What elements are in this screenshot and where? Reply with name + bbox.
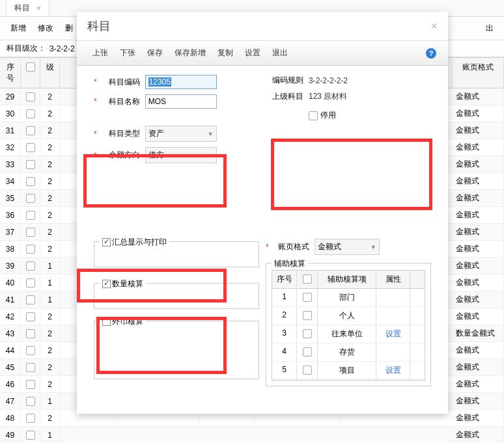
tab-subject[interactable]: 科目 × bbox=[7, 0, 49, 16]
add-button[interactable]: 新增 bbox=[7, 21, 30, 36]
aux-col-seq: 序号 bbox=[272, 271, 297, 288]
checkbox[interactable] bbox=[303, 366, 312, 375]
aux-row: 3往来单位设置 bbox=[272, 325, 425, 343]
aux-row: 1部门 bbox=[272, 289, 425, 307]
rule-value: 3-2-2-2-2-2 bbox=[309, 76, 348, 85]
checkbox[interactable] bbox=[26, 363, 35, 372]
name-input[interactable]: MOS bbox=[145, 94, 217, 109]
aux-group: 辅助核算 序号 辅助核算项 属性 1部门2个人3往来单位设置4存货5项目设置 bbox=[266, 263, 431, 386]
filter-value: 3-2-2-2 bbox=[49, 44, 75, 53]
checkbox[interactable] bbox=[26, 194, 35, 203]
checkbox[interactable] bbox=[26, 245, 35, 254]
subject-modal: 科目 × 上张 下张 保存 保存新增 复制 设置 退出 ? *科目编码 1230… bbox=[77, 12, 448, 414]
tab-label: 科目 bbox=[14, 3, 30, 14]
type-select[interactable]: 资产▼ bbox=[145, 126, 217, 142]
type-label: 科目类型 bbox=[100, 128, 140, 139]
aux-col-chk bbox=[297, 271, 318, 288]
checkbox[interactable] bbox=[26, 92, 35, 101]
next-button[interactable]: 下张 bbox=[116, 45, 139, 61]
table-row[interactable]: 491金额式 bbox=[0, 427, 504, 443]
checkbox[interactable] bbox=[26, 431, 35, 440]
chevron-down-icon: ▼ bbox=[208, 131, 214, 137]
qty-group: 数量核算 bbox=[94, 283, 259, 309]
checkbox[interactable] bbox=[303, 293, 312, 302]
save-button[interactable]: 保存 bbox=[143, 45, 167, 61]
checkbox[interactable] bbox=[26, 228, 35, 237]
modal-title: 科目 bbox=[87, 18, 111, 34]
checkbox[interactable] bbox=[26, 143, 35, 152]
currency-checkbox[interactable] bbox=[102, 317, 111, 326]
help-icon[interactable]: ? bbox=[426, 48, 436, 59]
checkbox[interactable] bbox=[26, 380, 35, 389]
chevron-down-icon: ▼ bbox=[208, 152, 214, 159]
modal-toolbar: 上张 下张 保存 保存新增 复制 设置 退出 ? bbox=[77, 40, 448, 66]
settings-link[interactable]: 设置 bbox=[385, 366, 401, 375]
settings-button[interactable]: 设置 bbox=[241, 45, 264, 61]
copy-button[interactable]: 复制 bbox=[214, 45, 237, 61]
checkbox[interactable] bbox=[26, 329, 35, 338]
code-input[interactable]: 12305 bbox=[145, 75, 217, 89]
parent-value: 123 原材料 bbox=[309, 91, 347, 102]
aux-table: 序号 辅助核算项 属性 1部门2个人3往来单位设置4存货5项目设置 bbox=[272, 270, 425, 381]
summary-group: 汇总显示与打印 bbox=[94, 241, 259, 267]
checkbox[interactable] bbox=[26, 211, 35, 220]
name-label: 科目名称 bbox=[100, 96, 140, 107]
aux-row: 2个人 bbox=[272, 307, 425, 325]
chevron-down-icon: ▼ bbox=[371, 244, 376, 250]
checkbox[interactable] bbox=[303, 311, 312, 320]
fmt-select[interactable]: 金额式▼ bbox=[315, 239, 380, 255]
checkbox[interactable] bbox=[26, 397, 35, 406]
exit-button[interactable]: 退出 bbox=[268, 45, 292, 61]
col-chk bbox=[21, 58, 40, 88]
export-button[interactable]: 出 bbox=[482, 21, 497, 36]
aux-row: 4存货 bbox=[272, 343, 425, 362]
fmt-label: 账页格式 bbox=[272, 241, 309, 252]
dir-label: 余额方向 bbox=[100, 150, 140, 161]
col-seq: 序号 bbox=[0, 58, 21, 88]
checkbox[interactable] bbox=[303, 329, 312, 338]
code-label: 科目编码 bbox=[100, 77, 140, 88]
close-icon[interactable]: × bbox=[36, 4, 41, 13]
checkbox[interactable] bbox=[26, 262, 35, 271]
col-level: 级 bbox=[40, 58, 60, 88]
checkbox[interactable] bbox=[26, 295, 35, 304]
checkbox[interactable] bbox=[26, 346, 35, 355]
aux-col-item: 辅助核算项 bbox=[318, 271, 376, 288]
qty-checkbox[interactable] bbox=[102, 280, 111, 288]
checkbox[interactable] bbox=[26, 160, 35, 169]
prev-button[interactable]: 上张 bbox=[89, 45, 112, 61]
rule-label: 编码规则 bbox=[266, 75, 303, 86]
save-new-button[interactable]: 保存新增 bbox=[171, 45, 210, 61]
close-icon[interactable]: × bbox=[430, 20, 438, 33]
checkbox[interactable] bbox=[26, 414, 35, 423]
aux-col-attr: 属性 bbox=[376, 271, 410, 288]
checkbox[interactable] bbox=[26, 62, 35, 72]
filter-label: 科目级次： bbox=[7, 43, 46, 54]
delete-button[interactable]: 删 bbox=[61, 21, 77, 36]
checkbox[interactable] bbox=[26, 109, 35, 118]
disable-checkbox[interactable]: 停用 bbox=[309, 110, 336, 121]
edit-button[interactable]: 修改 bbox=[34, 21, 57, 36]
checkbox[interactable] bbox=[26, 126, 35, 135]
checkbox[interactable] bbox=[26, 177, 35, 186]
col-fmt: 账页格式 bbox=[452, 58, 504, 88]
parent-label: 上级科目 bbox=[266, 91, 303, 102]
dir-select[interactable]: 借方▼ bbox=[145, 147, 217, 163]
checkbox[interactable] bbox=[303, 347, 312, 356]
settings-link[interactable]: 设置 bbox=[385, 329, 401, 338]
currency-group: 外币核算 bbox=[94, 321, 259, 379]
aux-row: 5项目设置 bbox=[272, 362, 425, 380]
checkbox[interactable] bbox=[26, 312, 35, 321]
summary-checkbox[interactable] bbox=[102, 238, 111, 247]
checkbox[interactable] bbox=[26, 278, 35, 288]
